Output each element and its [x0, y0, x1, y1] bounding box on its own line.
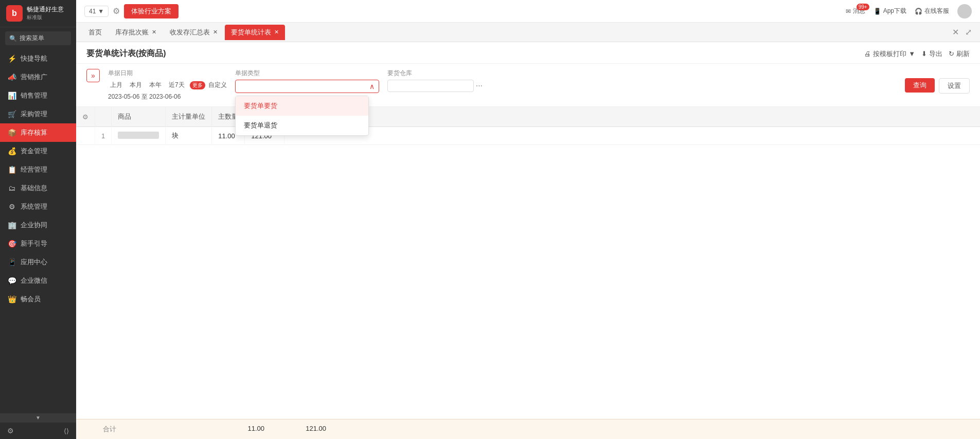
refresh-btn[interactable]: ↻ 刷新 [949, 49, 970, 59]
tab-batch-account[interactable]: 库存批次账 ✕ [109, 25, 163, 40]
tab-collection-summary-close[interactable]: ✕ [213, 29, 218, 35]
date-filter-label: 单据日期 [108, 69, 227, 78]
settings-button[interactable]: 设置 [939, 78, 970, 94]
tabbar-actions: ✕ ⤢ [950, 26, 974, 38]
app-download-btn[interactable]: 📱 App下载 [874, 7, 906, 15]
date-btn-this-month[interactable]: 本月 [128, 80, 144, 90]
dropdown-item-order-goods[interactable]: 要货单要货 [236, 96, 368, 116]
query-button[interactable]: 查询 [905, 78, 935, 93]
tab-home[interactable]: 首页 [82, 25, 108, 40]
tab-batch-account-close[interactable]: ✕ [152, 29, 156, 35]
enterprise-icon: 🏢 [7, 221, 16, 229]
topbar-left: 41 ▼ ⚙ 体验行业方案 [84, 4, 179, 19]
filter-date-group: 单据日期 上月 本月 本年 近7天 更多 自定义 2023-05-06 至 20… [108, 69, 227, 101]
finance-icon: 💰 [7, 147, 16, 155]
sidebar-item-member[interactable]: 👑 畅会员 [0, 290, 76, 308]
sidebar-item-finance[interactable]: 💰 资金管理 [0, 142, 76, 160]
topbar-gear-icon[interactable]: ⚙ [113, 6, 120, 16]
type-filter-input[interactable] [236, 81, 365, 92]
tab-collection-summary[interactable]: 收发存汇总表 ✕ [164, 25, 224, 40]
print-template-label: 按模板打印 [873, 49, 906, 59]
filter-type-group: 单据类型 ∧ 要货单要货 要货单退货 [235, 69, 379, 93]
user-avatar[interactable] [957, 4, 972, 19]
sidebar-item-operations[interactable]: 📋 经营管理 [0, 160, 76, 179]
page-header: 要货单统计表(按商品) 🖨 按模板打印 ▼ ⬇ 导出 ↻ 刷新 [76, 42, 980, 64]
online-service-label: 在线客服 [924, 7, 949, 15]
sidebar-search[interactable]: 🔍 搜索菜单 [5, 31, 71, 45]
type-filter-chevron[interactable]: ∧ [365, 80, 379, 93]
sidebar-item-label: 采购管理 [21, 109, 47, 119]
sidebar-item-label: 应用中心 [21, 258, 47, 267]
trial-button[interactable]: 体验行业方案 [124, 4, 179, 19]
app-logo: b 畅捷通好生意 标准版 [0, 0, 76, 27]
date-range-display: 2023-05-06 至 2023-06-06 [108, 93, 227, 101]
tab-order-stats-close[interactable]: ✕ [274, 29, 279, 35]
topbar-right: ✉ 消息 99+ 📱 App下载 🎧 在线客服 [846, 4, 972, 19]
warehouse-filter-input[interactable] [387, 80, 474, 92]
company-selector[interactable]: 41 ▼ [84, 6, 109, 17]
sidebar-item-wechat[interactable]: 💬 企业微信 [0, 271, 76, 290]
date-custom-btn[interactable]: 自定义 [208, 81, 227, 89]
tabbar: 首页 库存批次账 ✕ 收发存汇总表 ✕ 要货单统计表 ✕ ✕ ⤢ [76, 23, 980, 42]
print-template-btn[interactable]: 🖨 按模板打印 ▼ [864, 49, 915, 59]
date-btn-last-month[interactable]: 上月 [108, 80, 124, 90]
sidebar-item-basic-info[interactable]: 🗂 基础信息 [0, 179, 76, 197]
search-icon: 🔍 [9, 35, 17, 42]
date-btn-7days[interactable]: 近7天 [167, 80, 187, 90]
sidebar-item-app-center[interactable]: 📱 应用中心 [0, 253, 76, 271]
goods-blurred [118, 132, 159, 139]
sidebar-scroll-down[interactable]: ▼ [0, 413, 76, 422]
sidebar-item-marketing[interactable]: 📣 营销推广 [0, 68, 76, 86]
col-goods: 商品 [112, 107, 166, 127]
table-row: 1 块 11.00 121.00 [76, 127, 980, 145]
filter-warehouse-row: ··· [387, 80, 490, 92]
print-dropdown-icon: ▼ [908, 50, 915, 58]
col-row-num [95, 107, 112, 127]
tab-maximize-btn[interactable]: ⤢ [963, 26, 974, 38]
sidebar-footer: ⚙ ⟨⟩ [0, 422, 76, 439]
logo-sub: 标准版 [27, 14, 64, 21]
footer-settings-icon[interactable]: ⚙ [7, 427, 14, 435]
filter-bar: » 单据日期 上月 本月 本年 近7天 更多 自定义 2023-05-06 至 … [76, 64, 980, 107]
sidebar-item-label: 企业微信 [21, 276, 47, 285]
marketing-icon: 📣 [7, 73, 16, 81]
sidebar-item-inventory[interactable]: 📦 库存核算 [0, 123, 76, 142]
filter-expand-btn[interactable]: » [86, 69, 100, 82]
company-num: 41 [89, 8, 96, 15]
tab-close-all-btn[interactable]: ✕ [950, 26, 961, 38]
sidebar-item-label: 新手引导 [21, 239, 47, 248]
sidebar-item-quick-nav[interactable]: ⚡ 快捷导航 [0, 49, 76, 68]
tab-order-stats[interactable]: 要货单统计表 ✕ [225, 25, 285, 40]
col-unit: 主计量单位 [166, 107, 212, 127]
dropdown-item-order-return[interactable]: 要货单退货 [236, 116, 368, 135]
export-btn[interactable]: ⬇ 导出 [921, 49, 942, 59]
row-settings-cell [76, 127, 95, 145]
message-icon: ✉ [846, 8, 851, 15]
sidebar-item-label: 库存核算 [21, 128, 47, 137]
main-area: 41 ▼ ⚙ 体验行业方案 ✉ 消息 99+ 📱 App下载 🎧 在线客服 [76, 0, 980, 439]
sidebar-item-sales[interactable]: 📊 销售管理 [0, 86, 76, 105]
sidebar-item-label: 营销推广 [21, 72, 47, 82]
footer-label: 合计 [103, 425, 120, 434]
company-dropdown-icon: ▼ [98, 8, 104, 15]
online-service-btn[interactable]: 🎧 在线客服 [915, 7, 949, 15]
sidebar-item-system[interactable]: ⚙ 系统管理 [0, 197, 76, 216]
logo-icon: b [6, 5, 23, 22]
page-content: 要货单统计表(按商品) 🖨 按模板打印 ▼ ⬇ 导出 ↻ 刷新 » [76, 42, 980, 439]
messages-btn[interactable]: ✉ 消息 99+ [846, 7, 865, 15]
inventory-icon: 📦 [7, 129, 16, 137]
sidebar-collapse-btn[interactable]: ⟨⟩ [64, 427, 69, 435]
member-icon: 👑 [7, 295, 16, 303]
warehouse-more-btn[interactable]: ··· [476, 81, 483, 90]
date-btn-this-year[interactable]: 本年 [147, 80, 164, 90]
sidebar-item-purchase[interactable]: 🛒 采购管理 [0, 105, 76, 123]
row-goods-cell [112, 127, 166, 145]
filter-actions: 查询 设置 [905, 69, 970, 94]
tab-collection-summary-label: 收发存汇总表 [170, 28, 210, 37]
sidebar-item-guide[interactable]: 🎯 新手引导 [0, 234, 76, 253]
sidebar-item-enterprise[interactable]: 🏢 企业协同 [0, 216, 76, 234]
sidebar-item-label: 系统管理 [21, 202, 47, 211]
col-settings[interactable]: ⚙ [76, 107, 95, 127]
date-more-badge[interactable]: 更多 [190, 81, 205, 89]
sidebar-item-label: 快捷导航 [21, 54, 47, 63]
